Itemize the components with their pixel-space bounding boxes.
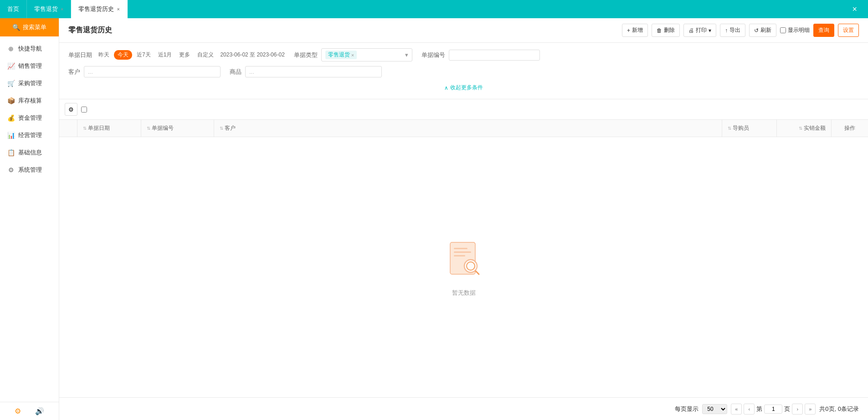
filter-bill-number-item: 单据编号 (421, 50, 540, 61)
filter-bill-type-select[interactable]: 零售退货 × ▾ (321, 48, 412, 61)
date-btn-1month[interactable]: 近1月 (155, 50, 175, 60)
audio-bottom-icon[interactable]: 🔊 (35, 407, 44, 415)
filter-date-buttons: 昨天 今天 近7天 近1月 更多 自定义 (96, 50, 216, 60)
window-close-button[interactable]: × (848, 5, 861, 14)
th-customer[interactable]: ⇅ 客户 (214, 120, 722, 137)
sidebar-item-label: 系统管理 (18, 166, 42, 174)
prev-page-button[interactable]: ‹ (744, 404, 755, 415)
next-page-button[interactable]: › (792, 404, 803, 415)
last-page-button[interactable]: » (805, 404, 816, 415)
page-header: 零售退货历史 + 新增 🗑 删除 🖨 打印 ▾ ↑ 导出 (59, 18, 868, 43)
settings-button[interactable]: 设置 (838, 24, 859, 37)
date-btn-yesterday[interactable]: 昨天 (96, 50, 112, 60)
filter-row-1: 单据日期 昨天 今天 近7天 近1月 更多 自定义 2023-06-02 至 2… (68, 48, 859, 61)
select-all-checkbox[interactable] (81, 107, 87, 113)
th-date[interactable]: ⇅ 单据日期 (77, 120, 141, 137)
tab-return-close[interactable]: × (61, 6, 63, 12)
search-icon: 🔍 (12, 24, 20, 31)
sidebar-item-label: 采购管理 (18, 79, 42, 87)
date-btn-custom[interactable]: 自定义 (195, 50, 216, 60)
filter-bill-number-input[interactable] (449, 50, 540, 61)
sidebar-item-label: 快捷导航 (18, 45, 42, 53)
tab-return-label: 零售退货 (34, 5, 58, 13)
svg-rect-1 (454, 248, 467, 249)
sidebar-item-system[interactable]: ⚙ 系统管理 (0, 161, 59, 179)
system-icon: ⚙ (7, 166, 15, 174)
date-btn-today[interactable]: 今天 (114, 50, 132, 60)
sales-icon: 📈 (7, 62, 15, 70)
filter-area: 单据日期 昨天 今天 近7天 近1月 更多 自定义 2023-06-02 至 2… (59, 43, 868, 99)
filter-goods-select[interactable]: ... (245, 66, 382, 77)
delete-label: 删除 (664, 26, 675, 34)
filter-bill-type-item: 单据类型 零售退货 × ▾ (294, 48, 412, 61)
svg-rect-3 (454, 255, 465, 256)
export-icon: ↑ (725, 27, 728, 34)
filter-date-item: 单据日期 昨天 今天 近7天 近1月 更多 自定义 2023-06-02 至 2… (68, 50, 285, 60)
sort-asc-icon: ⇅ (83, 126, 87, 131)
table-toolbar: ⚙ (59, 99, 868, 120)
date-btn-more[interactable]: 更多 (176, 50, 193, 60)
page-number-input[interactable] (764, 405, 782, 414)
per-page-select[interactable]: 10 20 50 100 (702, 404, 727, 414)
filter-customer-select[interactable]: ... (84, 66, 221, 77)
th-amount[interactable]: ⇅ 实销金额 (777, 120, 832, 137)
filter-goods-item: 商品 ... (230, 66, 382, 77)
filter-bill-number-label: 单据编号 (421, 51, 445, 59)
current-page-label: 第 (756, 405, 762, 413)
customer-placeholder: ... (88, 68, 93, 75)
per-page-label: 每页显示 (675, 405, 699, 413)
add-button[interactable]: + 新增 (622, 24, 648, 37)
goods-placeholder: ... (249, 68, 254, 75)
date-btn-7days[interactable]: 近7天 (134, 50, 154, 60)
sidebar-search[interactable]: 🔍 搜索菜单 (0, 18, 59, 36)
print-button[interactable]: 🖨 打印 ▾ (683, 24, 716, 37)
settings-bottom-icon[interactable]: ⚙ (15, 407, 21, 415)
sidebar-item-inventory[interactable]: 📦 库存核算 (0, 92, 59, 109)
sidebar-item-sales[interactable]: 📈 销售管理 (0, 57, 59, 75)
collapse-label: 收起更多条件 (450, 84, 483, 92)
page-unit-label: 页 (784, 405, 790, 413)
filter-collapse-row: ∧ 收起更多条件 (68, 82, 859, 93)
filter-customer-label: 客户 (68, 68, 80, 76)
sidebar-item-label: 销售管理 (18, 62, 42, 70)
tab-history-close[interactable]: × (117, 6, 119, 12)
refresh-label: 刷新 (760, 26, 771, 34)
pagination: 每页显示 10 20 50 100 « ‹ 第 页 › » 共0页, 0条记录 (59, 397, 868, 420)
date-range-value: 2023-06-02 至 2023-06-02 (220, 51, 284, 59)
delete-button[interactable]: 🗑 删除 (652, 24, 680, 37)
tab-return[interactable]: 零售退货 × (27, 0, 71, 18)
page-total: 共0页, 0条记录 (819, 405, 859, 413)
sidebar-item-purchase[interactable]: 🛒 采购管理 (0, 75, 59, 92)
tab-home[interactable]: 首页 (0, 0, 27, 18)
query-button[interactable]: 查询 (813, 24, 834, 37)
show-detail-checkbox-label[interactable]: 显示明细 (780, 26, 810, 34)
sidebar-item-finance[interactable]: 💰 资金管理 (0, 109, 59, 127)
refresh-button[interactable]: ↺ 刷新 (749, 24, 776, 37)
sidebar-item-operations[interactable]: 📊 经营管理 (0, 127, 59, 144)
tab-history-label: 零售退货历史 (78, 5, 114, 13)
svg-line-6 (476, 271, 479, 274)
th-number[interactable]: ⇅ 单据编号 (141, 120, 214, 137)
bill-type-tag-close[interactable]: × (351, 52, 354, 58)
tab-home-label: 首页 (7, 5, 19, 13)
add-label: 新增 (632, 26, 643, 34)
basic-info-icon: 📋 (7, 149, 15, 156)
table-settings-button[interactable]: ⚙ (65, 103, 77, 116)
export-label: 导出 (729, 26, 740, 34)
th-date-label: 单据日期 (88, 124, 110, 132)
sidebar-item-basic-info[interactable]: 📋 基础信息 (0, 144, 59, 161)
tab-history[interactable]: 零售退货历史 × (71, 0, 127, 18)
export-button[interactable]: ↑ 导出 (720, 24, 745, 37)
th-guide[interactable]: ⇅ 导购员 (722, 120, 777, 137)
th-amount-label: 实销金额 (804, 124, 826, 132)
sidebar-item-quick-nav[interactable]: ⊕ 快捷导航 (0, 40, 59, 57)
sidebar-item-label: 经营管理 (18, 131, 42, 139)
show-detail-checkbox[interactable] (780, 27, 786, 33)
sidebar: 🔍 搜索菜单 ⊕ 快捷导航 📈 销售管理 🛒 采购管理 📦 库存核算 💰 (0, 18, 59, 420)
filter-goods-label: 商品 (230, 68, 241, 76)
delete-icon: 🗑 (657, 27, 662, 34)
collapse-button[interactable]: ∧ 收起更多条件 (439, 82, 488, 93)
operations-icon: 📊 (7, 132, 15, 139)
first-page-button[interactable]: « (731, 404, 742, 415)
filter-row-2: 客户 ... 商品 ... (68, 66, 859, 77)
